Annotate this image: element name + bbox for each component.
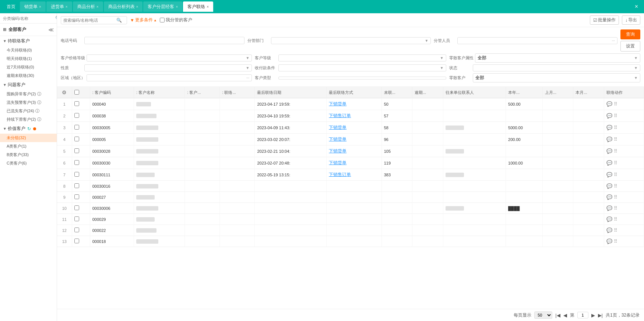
tab-home[interactable]: 首页 bbox=[3, 4, 19, 10]
main-search-input[interactable] bbox=[63, 18, 115, 22]
comment-icon[interactable]: 💬 bbox=[606, 239, 612, 244]
refresh-icon[interactable]: ↻ bbox=[27, 126, 31, 131]
sidebar-section-pending[interactable]: ▼ 待联络客户 bbox=[0, 36, 57, 46]
apps-icon[interactable]: ⠿ bbox=[614, 205, 617, 211]
person-select[interactable]: ··· bbox=[457, 37, 617, 44]
page-next-btn[interactable]: ▶ bbox=[591, 313, 595, 318]
price-level-select[interactable]: ▼ bbox=[87, 54, 252, 61]
last-method-link[interactable]: 下销货单 bbox=[329, 137, 346, 142]
close-tab-customer-segment[interactable]: × bbox=[176, 5, 178, 9]
comment-icon[interactable]: 💬 bbox=[606, 137, 612, 142]
last-method-link[interactable]: 下销货单 bbox=[329, 101, 346, 106]
comment-icon[interactable]: 💬 bbox=[606, 227, 612, 233]
sidebar-item-overdue[interactable]: 逾期未联络(30) bbox=[0, 71, 57, 80]
sidebar-item-declining[interactable]: 持续下滑客户(2) ⓘ bbox=[0, 115, 57, 124]
close-tab-customer-contact[interactable]: × bbox=[207, 5, 209, 9]
comment-icon[interactable]: 💬 bbox=[606, 125, 612, 130]
query-btn[interactable]: 查询 bbox=[620, 29, 640, 39]
reset-btn[interactable]: 设置 bbox=[620, 41, 640, 52]
apps-icon[interactable]: ⠿ bbox=[614, 239, 617, 244]
status-select[interactable]: ▼ bbox=[473, 64, 640, 71]
row-select-checkbox[interactable] bbox=[74, 125, 79, 130]
close-tab-purchase[interactable]: × bbox=[66, 5, 68, 9]
retail-customer-select[interactable]: 全部 ▼ bbox=[473, 73, 640, 82]
tab-customer-segment[interactable]: 客户分层经客 × bbox=[143, 1, 182, 12]
apps-icon[interactable]: ⠿ bbox=[614, 172, 617, 177]
comment-icon[interactable]: 💬 bbox=[606, 216, 612, 222]
row-select-checkbox[interactable] bbox=[74, 205, 79, 210]
row-select-checkbox[interactable] bbox=[74, 227, 79, 232]
per-page-select[interactable]: 50 100 200 bbox=[534, 311, 552, 319]
last-method-link[interactable]: 下销货单 bbox=[329, 160, 346, 165]
comment-icon[interactable]: 💬 bbox=[606, 205, 612, 211]
settings-icon[interactable]: ⚙ bbox=[62, 89, 67, 95]
sidebar-item-tomorrow[interactable]: 明天待联络(1) bbox=[0, 54, 57, 63]
tab-customer-contact[interactable]: 客户联络 × bbox=[183, 1, 213, 12]
last-method-link[interactable]: 下销货单 bbox=[329, 125, 346, 130]
sidebar-item-7days[interactable]: 近7天待联络(0) bbox=[0, 63, 57, 71]
last-method-link[interactable]: 下销货单 bbox=[329, 148, 346, 154]
batch-operation-btn[interactable]: ☑ 批量操作 bbox=[590, 15, 619, 25]
comment-icon[interactable]: 💬 bbox=[606, 160, 612, 166]
sidebar-section-problem[interactable]: ▼ 问题客户 bbox=[0, 80, 57, 90]
sidebar-search-input[interactable] bbox=[3, 16, 54, 21]
tab-purchase[interactable]: 进货单 × bbox=[46, 1, 72, 12]
close-tab-sales[interactable]: × bbox=[39, 5, 41, 9]
sidebar-collapse-btn[interactable]: ≪ bbox=[48, 27, 54, 33]
row-select-checkbox[interactable] bbox=[74, 194, 79, 199]
apps-icon[interactable]: ⠿ bbox=[614, 101, 617, 107]
dept-select[interactable]: ▼ bbox=[271, 37, 431, 44]
sidebar-item-warning[interactable]: 流失预警客户(3) ⓘ bbox=[0, 98, 57, 107]
apps-icon[interactable]: ⠿ bbox=[614, 183, 617, 189]
apps-icon[interactable]: ⠿ bbox=[614, 216, 617, 222]
export-btn[interactable]: ↓ 导出 bbox=[622, 15, 640, 25]
retail-attr-select[interactable]: 全部 ▼ bbox=[475, 53, 640, 63]
row-select-checkbox[interactable] bbox=[74, 160, 79, 165]
tab-product-analysis-list[interactable]: 商品分析列表 × bbox=[104, 1, 143, 12]
customer-type-select[interactable] bbox=[278, 77, 446, 80]
apps-icon[interactable]: ⠿ bbox=[614, 125, 617, 130]
comment-icon[interactable]: 💬 bbox=[606, 172, 612, 177]
tab-product-analysis[interactable]: 商品分析 × bbox=[73, 1, 103, 12]
row-select-checkbox[interactable] bbox=[74, 172, 79, 177]
page-first-btn[interactable]: |◀ bbox=[555, 313, 560, 318]
sidebar-item-class-c[interactable]: C类客户(6) bbox=[0, 159, 57, 167]
close-tab-product-analysis-list[interactable]: × bbox=[136, 5, 138, 9]
comment-icon[interactable]: 💬 bbox=[606, 183, 612, 189]
more-conditions-btn[interactable]: ▼ 更多条件 ▲ bbox=[130, 17, 157, 23]
page-prev-btn[interactable]: ◀ bbox=[563, 313, 567, 318]
apps-icon[interactable]: ⠿ bbox=[614, 148, 617, 154]
page-last-btn[interactable]: ▶| bbox=[598, 313, 603, 318]
sidebar-item-class-a[interactable]: A类客户(1) bbox=[0, 142, 57, 151]
sidebar-all-customers[interactable]: ⊞ 全部客户 ≪ bbox=[0, 24, 57, 36]
last-method-link[interactable]: 下销售订单 bbox=[329, 113, 351, 118]
my-customers-checkbox[interactable] bbox=[160, 18, 165, 22]
nature-select[interactable]: ▼ bbox=[84, 64, 252, 71]
apps-icon[interactable]: ⠿ bbox=[614, 160, 617, 166]
row-select-checkbox[interactable] bbox=[74, 148, 79, 153]
page-number-input[interactable] bbox=[577, 312, 588, 318]
apps-icon[interactable]: ⠿ bbox=[614, 194, 617, 200]
comment-icon[interactable]: 💬 bbox=[606, 194, 612, 200]
row-select-checkbox[interactable] bbox=[74, 183, 79, 188]
apps-icon[interactable]: ⠿ bbox=[614, 227, 617, 233]
row-select-checkbox[interactable] bbox=[74, 239, 79, 243]
row-select-checkbox[interactable] bbox=[74, 216, 79, 221]
close-window-icon[interactable]: × bbox=[632, 3, 641, 10]
last-method-link[interactable]: 下销售订单 bbox=[329, 172, 351, 177]
comment-icon[interactable]: 💬 bbox=[606, 113, 612, 119]
payment-select[interactable]: ▼ bbox=[278, 64, 446, 71]
comment-icon[interactable]: 💬 bbox=[606, 101, 612, 107]
close-tab-product-analysis[interactable]: × bbox=[96, 5, 99, 9]
comment-icon[interactable]: 💬 bbox=[606, 148, 612, 154]
sidebar-item-class-b[interactable]: B类客户(33) bbox=[0, 151, 57, 159]
sidebar-item-abnormal[interactable]: 囤购异常客户(2) ⓘ bbox=[0, 90, 57, 98]
th-settings[interactable]: ⚙ bbox=[57, 87, 72, 98]
row-select-checkbox[interactable] bbox=[74, 137, 79, 141]
tab-sales[interactable]: 销货单 × bbox=[20, 1, 46, 12]
select-all-checkbox[interactable] bbox=[74, 90, 79, 95]
row-select-checkbox[interactable] bbox=[74, 101, 79, 106]
apps-icon[interactable]: ⠿ bbox=[614, 113, 617, 119]
sidebar-item-ungroup[interactable]: 未分组(32) bbox=[0, 134, 57, 142]
apps-icon[interactable]: ⠿ bbox=[614, 137, 617, 142]
